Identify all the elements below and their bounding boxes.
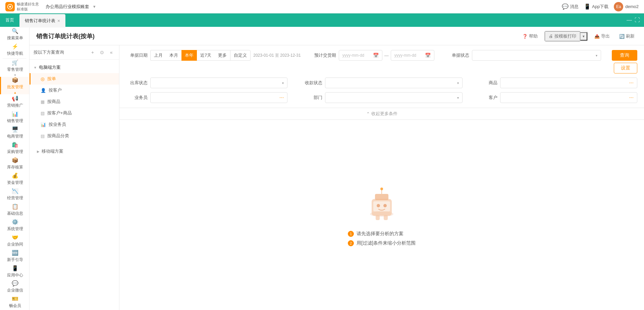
filter-row-3: 业务员 ··· 部门 ▾ xyxy=(126,92,637,103)
print-dropdown-button[interactable]: ▾ xyxy=(580,32,587,41)
svg-point-5 xyxy=(383,204,387,207)
title-dropdown-arrow[interactable]: ▾ xyxy=(93,4,96,9)
tree-item-by-customer[interactable]: 👤 按客户 xyxy=(30,85,119,96)
payment-arrow: ▾ xyxy=(457,81,459,85)
tab-sales-order-stats[interactable]: 销售订单统计表 × xyxy=(19,14,65,28)
last7days-button[interactable]: 近7天 xyxy=(197,50,215,61)
delivery-date-filter: 预计交货期 yyyy-mm-dd 📅 — yyyy-mm-dd 📅 xyxy=(314,50,434,61)
sidebar-item-enterprise[interactable]: 🤝 企业协同 xyxy=(0,233,29,248)
add-scheme-button[interactable]: + xyxy=(89,49,96,56)
tree-section-mobile: ▶ 移动端方案 xyxy=(30,144,119,159)
payment-status-select[interactable]: ▾ xyxy=(325,78,462,88)
print-button[interactable]: 🖨 按模板打印 xyxy=(545,31,580,41)
department-select[interactable]: ▾ xyxy=(325,92,462,103)
tree-group-desktop-arrow: ▼ xyxy=(34,66,37,69)
tab-close-icon[interactable]: × xyxy=(57,18,60,23)
svg-point-8 xyxy=(380,188,383,190)
shipment-status-select[interactable]: ▾ xyxy=(150,78,287,88)
help-button[interactable]: ❓ 帮助 xyxy=(520,32,540,41)
settings-scheme-button[interactable]: ⊙ xyxy=(98,49,106,56)
sidebar-divider-1 xyxy=(3,58,26,59)
sidebar-item-purchase[interactable]: 🛍️ 采购管理 xyxy=(0,141,29,156)
download-icon: 📱 xyxy=(584,3,591,10)
this-year-button[interactable]: 本年 xyxy=(181,50,197,61)
query-button[interactable]: 查询 xyxy=(612,50,637,61)
app-download-button[interactable]: 📱 App下载 xyxy=(584,3,608,10)
refresh-button[interactable]: 🔄 刷新 xyxy=(616,32,637,41)
sidebar-item-operations[interactable]: 📉 经营管理 xyxy=(0,187,29,202)
sidebar-item-system[interactable]: ⚙️ 系统管理 xyxy=(0,217,29,233)
search-icon: 🔍 xyxy=(12,28,18,34)
sidebar-item-quick-nav[interactable]: ⚡ 快捷导航 xyxy=(0,42,29,58)
payment-status-col: 收款状态 ▾ xyxy=(301,78,462,88)
goods-input[interactable]: ··· xyxy=(500,78,637,88)
this-month-button[interactable]: 本月 xyxy=(166,50,181,61)
refresh-icon: 🔄 xyxy=(619,34,625,39)
empty-steps: 1 请先选择要分析的方案 2 用[过滤]条件来缩小分析范围 xyxy=(348,231,416,246)
goods-label: 商品 xyxy=(476,80,500,86)
custom-button[interactable]: 自定义 xyxy=(230,50,251,61)
sidebar-item-ecommerce[interactable]: 🖥️ 电商管理 xyxy=(0,125,29,141)
sidebar-item-wechat[interactable]: 💬 企业微信 xyxy=(0,279,29,295)
export-icon: 📤 xyxy=(594,34,600,39)
tree-item-by-goods-category[interactable]: ▤ 按商品分类 xyxy=(30,130,119,142)
user-profile[interactable]: Ea demo2 xyxy=(614,2,639,11)
tree-item-by-goods[interactable]: ▦ 按商品 xyxy=(30,96,119,107)
tree-item-by-order[interactable]: ◎ 按单 xyxy=(30,73,119,85)
empty-step-1: 1 请先选择要分析的方案 xyxy=(348,231,416,237)
operations-icon: 📉 xyxy=(12,188,18,194)
tree-group-desktop[interactable]: ▼ 电脑端方案 xyxy=(30,62,119,73)
filter-settings-button[interactable]: 设置 xyxy=(614,63,637,73)
sidebar-item-retail[interactable]: 🛒 零售管理 ▼ xyxy=(0,59,29,77)
newbie-icon: 🆕 xyxy=(12,250,18,256)
order-status-filter: 单据状态 ▾ xyxy=(448,50,601,61)
wholesale-icon: 📦 xyxy=(12,77,18,83)
app-center-icon: 📱 xyxy=(12,265,18,271)
svg-point-4 xyxy=(377,204,380,207)
tree-group-mobile[interactable]: ▶ 移动端方案 xyxy=(30,146,119,157)
last-month-button[interactable]: 上月 xyxy=(150,50,166,61)
content-area: 销售订单统计表(按单) ❓ 帮助 🖨 按模板打印 ▾ 📤 导出 xyxy=(30,27,644,310)
message-button[interactable]: 💬 消息 xyxy=(562,3,579,10)
time-buttons: 上月 本月 本年 近7天 更多 自定义 xyxy=(150,50,251,61)
order-status-select[interactable]: ▾ xyxy=(472,50,601,61)
window-maximize-button[interactable]: ⛶ xyxy=(635,17,640,23)
tree-item-by-salesperson[interactable]: 📊 按业务员 xyxy=(30,119,119,130)
sidebar-item-marketing[interactable]: 📢 营销推广 xyxy=(0,94,29,110)
collapse-arrow-icon: ⌃ xyxy=(366,111,370,116)
date-range-display: 2023-01-01 至 2023-12-31 xyxy=(253,53,301,58)
sidebar-item-search[interactable]: 🔍 搜索菜单 xyxy=(0,27,29,42)
customer-input[interactable]: ··· xyxy=(500,92,637,103)
export-button[interactable]: 📤 导出 xyxy=(592,32,612,41)
tab-home[interactable]: 首页 xyxy=(0,13,19,27)
salesperson-input[interactable]: ··· xyxy=(150,92,287,103)
sidebar-item-member[interactable]: 🎫 畅会员 xyxy=(0,295,29,310)
calendar-start-icon: 📅 xyxy=(373,53,379,58)
status-select-arrow: ▾ xyxy=(596,54,597,57)
sidebar-item-inventory[interactable]: 📦 库存核算 xyxy=(0,156,29,171)
empty-illustration xyxy=(362,184,402,224)
sidebar-item-app-center[interactable]: 📱 应用中心 xyxy=(0,264,29,279)
shipment-status-label: 出库状态 xyxy=(126,80,150,86)
by-goods-icon: ▦ xyxy=(41,99,45,104)
tree-item-by-customer-goods[interactable]: ▧ 按客户+商品 xyxy=(30,107,119,119)
page-header: 销售订单统计表(按单) ❓ 帮助 🖨 按模板打印 ▾ 📤 导出 xyxy=(30,27,644,45)
sidebar-item-basic-info[interactable]: 📋 基础信息 xyxy=(0,202,29,217)
collapse-bar[interactable]: ⌃ 收起更多条件 xyxy=(119,108,644,120)
delivery-end-input[interactable]: yyyy-mm-dd 📅 xyxy=(391,50,434,61)
marketing-icon: 📢 xyxy=(12,95,18,102)
window-minimize-button[interactable]: — xyxy=(627,17,632,23)
salesperson-label: 业务员 xyxy=(126,95,150,101)
svg-rect-6 xyxy=(375,194,388,200)
collapse-panel-button[interactable]: « xyxy=(108,49,115,56)
by-order-icon: ◎ xyxy=(41,76,45,82)
sidebar-item-finance[interactable]: 💰 资金管理 xyxy=(0,171,29,187)
more-button[interactable]: 更多 xyxy=(215,50,230,61)
sidebar-item-newbie[interactable]: 🆕 新手引导 xyxy=(0,248,29,264)
sidebar-item-wholesale[interactable]: 📦 批发管理 ▲ xyxy=(0,77,29,94)
collapse-button[interactable]: ⌃ 收起更多条件 xyxy=(366,111,397,117)
delivery-start-input[interactable]: yyyy-mm-dd 📅 xyxy=(339,50,382,61)
left-panel-header: 按以下方案查询 + ⊙ « xyxy=(30,45,119,60)
customer-label: 客户 xyxy=(476,95,500,101)
sidebar-item-sales[interactable]: 📊 销售管理 xyxy=(0,110,29,125)
